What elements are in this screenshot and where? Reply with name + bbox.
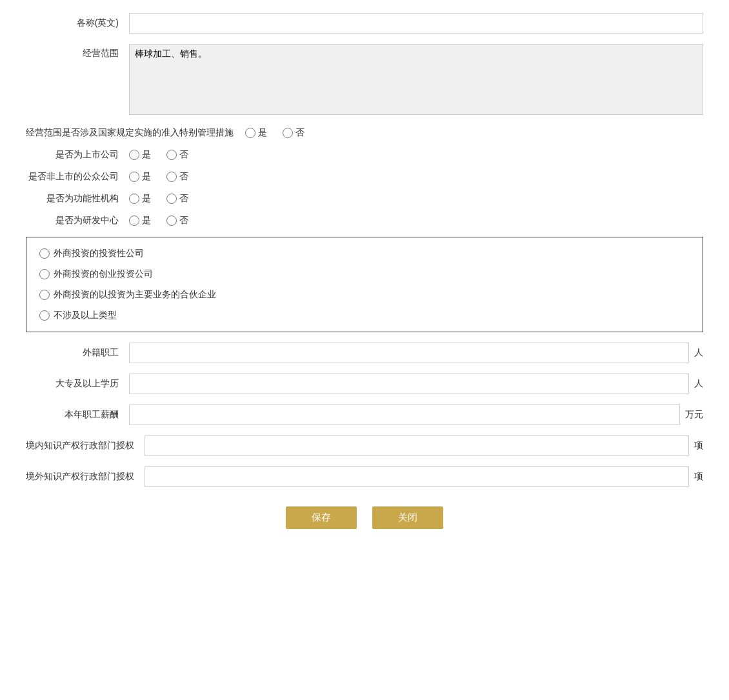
functional-yes-option[interactable]: 是 — [129, 193, 151, 205]
overseas-ip-input-wrapper: 项 — [145, 466, 703, 487]
investment-type-radio-1[interactable] — [39, 269, 50, 279]
functional-yes-label: 是 — [142, 193, 151, 205]
public-unlisted-row: 是否非上市的公众公司 是 否 — [26, 171, 703, 183]
listed-yes-radio[interactable] — [129, 150, 139, 160]
investment-type-row-0: 外商投资的投资性公司 — [39, 248, 690, 259]
save-button[interactable]: 保存 — [286, 506, 357, 529]
special-management-no-label: 否 — [295, 127, 305, 139]
foreign-employee-row: 外籍职工 人 — [26, 343, 703, 363]
annual-salary-input-wrapper: 万元 — [129, 405, 703, 425]
annual-salary-unit: 万元 — [680, 409, 703, 421]
college-edu-label: 大专及以上学历 — [26, 378, 129, 390]
college-edu-row: 大专及以上学历 人 — [26, 374, 703, 394]
college-edu-input[interactable] — [129, 374, 689, 394]
investment-type-radio-3[interactable] — [39, 310, 50, 321]
special-management-yes-radio[interactable] — [245, 128, 255, 138]
rd-center-radio-group: 是 否 — [129, 215, 188, 226]
foreign-employee-unit: 人 — [689, 347, 703, 359]
overseas-ip-input[interactable] — [145, 466, 689, 487]
business-scope-label: 经营范围 — [26, 44, 129, 59]
special-management-row: 经营范围是否涉及国家规定实施的准入特别管理措施 是 否 — [26, 127, 703, 139]
investment-type-option-2[interactable]: 外商投资的以投资为主要业务的合伙企业 — [39, 289, 216, 301]
domestic-ip-input[interactable] — [145, 435, 689, 456]
functional-no-radio[interactable] — [166, 194, 177, 204]
annual-salary-input[interactable] — [129, 405, 680, 425]
special-management-label: 经营范围是否涉及国家规定实施的准入特别管理措施 — [26, 127, 245, 139]
name-en-input[interactable] — [129, 13, 703, 34]
public-unlisted-no-option[interactable]: 否 — [166, 171, 188, 183]
annual-salary-row: 本年职工薪酬 万元 — [26, 405, 703, 425]
button-row: 保存 关闭 — [26, 506, 703, 529]
investment-type-label-1: 外商投资的创业投资公司 — [54, 268, 153, 280]
close-button[interactable]: 关闭 — [372, 506, 443, 529]
investment-type-radio-0[interactable] — [39, 248, 50, 259]
public-unlisted-yes-label: 是 — [142, 171, 151, 183]
investment-type-radio-2[interactable] — [39, 290, 50, 300]
functional-no-option[interactable]: 否 — [166, 193, 188, 205]
listed-yes-option[interactable]: 是 — [129, 149, 151, 161]
rd-center-yes-option[interactable]: 是 — [129, 215, 151, 226]
special-management-yes-label: 是 — [258, 127, 267, 139]
investment-type-option-3[interactable]: 不涉及以上类型 — [39, 310, 117, 321]
public-unlisted-yes-radio[interactable] — [129, 172, 139, 182]
investment-type-label-2: 外商投资的以投资为主要业务的合伙企业 — [54, 289, 216, 301]
listed-no-label: 否 — [179, 149, 188, 161]
listed-row: 是否为上市公司 是 否 — [26, 149, 703, 161]
domestic-ip-input-wrapper: 项 — [145, 435, 703, 456]
foreign-employee-input-wrapper: 人 — [129, 343, 703, 363]
rd-center-row: 是否为研发中心 是 否 — [26, 215, 703, 226]
listed-radio-group: 是 否 — [129, 149, 188, 161]
business-scope-row: 经营范围 棒球加工、销售。 — [26, 44, 703, 117]
rd-center-no-label: 否 — [179, 215, 188, 226]
overseas-ip-label: 境外知识产权行政部门授权 — [26, 471, 145, 483]
functional-no-label: 否 — [179, 193, 188, 205]
public-unlisted-radio-group: 是 否 — [129, 171, 188, 183]
rd-center-no-option[interactable]: 否 — [166, 215, 188, 226]
public-unlisted-no-label: 否 — [179, 171, 188, 183]
special-management-yes-option[interactable]: 是 — [245, 127, 267, 139]
college-edu-input-wrapper: 人 — [129, 374, 703, 394]
investment-type-box: 外商投资的投资性公司 外商投资的创业投资公司 外商投资的以投资为主要业务的合伙企… — [26, 237, 703, 332]
name-en-label: 各称(英文) — [26, 17, 129, 29]
public-unlisted-no-radio[interactable] — [166, 172, 177, 182]
business-scope-wrapper: 棒球加工、销售。 — [129, 44, 703, 117]
public-unlisted-label: 是否非上市的公众公司 — [26, 171, 129, 183]
name-en-row: 各称(英文) — [26, 13, 703, 34]
listed-yes-label: 是 — [142, 149, 151, 161]
domestic-ip-row: 境内知识产权行政部门授权 项 — [26, 435, 703, 456]
functional-row: 是否为功能性机构 是 否 — [26, 193, 703, 205]
listed-no-option[interactable]: 否 — [166, 149, 188, 161]
domestic-ip-label: 境内知识产权行政部门授权 — [26, 440, 145, 452]
rd-center-label: 是否为研发中心 — [26, 215, 129, 226]
listed-label: 是否为上市公司 — [26, 149, 129, 161]
functional-label: 是否为功能性机构 — [26, 193, 129, 205]
public-unlisted-yes-option[interactable]: 是 — [129, 171, 151, 183]
annual-salary-label: 本年职工薪酬 — [26, 409, 129, 421]
investment-type-label-3: 不涉及以上类型 — [54, 310, 117, 321]
investment-type-row-1: 外商投资的创业投资公司 — [39, 268, 690, 280]
overseas-ip-row: 境外知识产权行政部门授权 项 — [26, 466, 703, 487]
functional-radio-group: 是 否 — [129, 193, 188, 205]
foreign-employee-input[interactable] — [129, 343, 689, 363]
foreign-employee-label: 外籍职工 — [26, 347, 129, 359]
rd-center-yes-radio[interactable] — [129, 215, 139, 226]
investment-type-option-1[interactable]: 外商投资的创业投资公司 — [39, 268, 153, 280]
special-management-no-option[interactable]: 否 — [283, 127, 305, 139]
domestic-ip-unit: 项 — [689, 440, 703, 452]
business-scope-input[interactable]: 棒球加工、销售。 — [129, 44, 703, 115]
investment-type-option-0[interactable]: 外商投资的投资性公司 — [39, 248, 144, 259]
college-edu-unit: 人 — [689, 378, 703, 390]
form-container: 各称(英文) 经营范围 棒球加工、销售。 经营范围是否涉及国家规定实施的准入特别… — [26, 13, 703, 529]
overseas-ip-unit: 项 — [689, 471, 703, 483]
investment-type-row-3: 不涉及以上类型 — [39, 310, 690, 321]
listed-no-radio[interactable] — [166, 150, 177, 160]
investment-type-label-0: 外商投资的投资性公司 — [54, 248, 144, 259]
rd-center-no-radio[interactable] — [166, 215, 177, 226]
functional-yes-radio[interactable] — [129, 194, 139, 204]
rd-center-yes-label: 是 — [142, 215, 151, 226]
special-management-no-radio[interactable] — [283, 128, 293, 138]
investment-type-row-2: 外商投资的以投资为主要业务的合伙企业 — [39, 289, 690, 301]
special-management-radio-group: 是 否 — [245, 127, 305, 139]
